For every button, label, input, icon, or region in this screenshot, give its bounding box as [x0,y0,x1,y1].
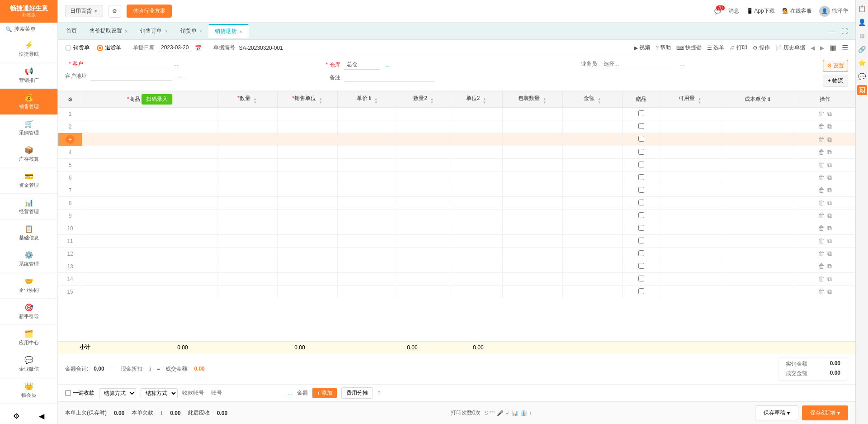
grid-view-btn[interactable]: ▦ [830,43,836,52]
account-dots[interactable]: ... [288,390,292,396]
right-icon-image[interactable]: 🖼 [857,85,867,95]
address-dots[interactable]: ... [177,73,182,80]
gift-checkbox-9[interactable] [638,212,644,218]
right-icon-link[interactable]: 🔗 [857,44,867,54]
gift-checkbox-11[interactable] [638,238,644,243]
history-btn[interactable]: 📄 历史单据 [775,44,805,52]
delete-row-icon[interactable]: 🗑 [818,136,825,143]
product-input-3[interactable] [84,136,215,143]
delete-row-icon[interactable]: 🗑 [818,174,825,181]
tab-sales-order-close[interactable]: × [165,29,167,34]
user-menu[interactable]: 👤 徐泽华 [819,6,848,17]
sidebar-item-sales[interactable]: 💰 销售管理 [0,89,57,115]
gift-checkbox-8[interactable] [638,200,644,205]
right-icon-clipboard[interactable]: 📋 [857,4,867,14]
row-gift-15[interactable] [623,286,660,298]
delete-row-icon[interactable]: 🗑 [818,262,825,270]
video-btn[interactable]: ▶ 视频 [634,44,650,52]
save-draft-button[interactable]: 保存草稿 ▾ [755,405,798,420]
row-gift-13[interactable] [623,260,660,273]
sidebar-item-apps[interactable]: 🗂️ 应用中心 [0,325,57,351]
delete-row-icon[interactable]: 🗑 [818,110,825,118]
copy-row-icon[interactable]: ⧉ [827,110,832,118]
pack-qty-sort[interactable]: ▲▼ [543,97,547,105]
salesperson-dots[interactable]: ... [679,61,684,67]
row-gift-8[interactable] [623,197,660,210]
calc-method-select[interactable]: 结算方式 [141,388,178,398]
notes-input[interactable] [344,73,434,82]
row-gift-6[interactable] [623,172,660,184]
sidebar-item-wechat[interactable]: 💬 企业微信 [0,351,57,377]
delete-row-icon[interactable]: 🗑 [818,186,825,194]
next-record-btn[interactable]: ▶ [820,45,824,51]
operate-btn[interactable]: ⚙ 操作 [753,44,770,52]
settlement-method-select[interactable]: 结算方式 [99,388,136,398]
delete-row-icon[interactable]: 🗑 [818,199,825,207]
daily-goods-selector[interactable]: 日用百货 ▼ [65,5,103,17]
delete-row-icon[interactable]: 🗑 [818,148,825,156]
gift-checkbox-14[interactable] [638,276,644,281]
gift-checkbox-1[interactable] [638,110,644,116]
tab-sales-delivery-close[interactable]: × [199,29,202,34]
copy-row-icon[interactable]: ⧉ [827,212,832,219]
logistics-button[interactable]: + 物流 [823,75,848,87]
sidebar-item-finance[interactable]: 💳 资金管理 [0,167,57,194]
radio-sales[interactable]: 销货单 [65,44,90,52]
tab-sales-return[interactable]: 销货退货 × [208,24,248,38]
copy-row-icon[interactable]: ⧉ [827,174,832,181]
tab-sales-delivery[interactable]: 销货单 × [174,24,208,38]
delete-row-icon[interactable]: 🗑 [818,275,825,283]
tab-home[interactable]: 首页 [60,24,83,38]
right-icon-person[interactable]: 👤 [857,17,867,27]
unit-price-sort[interactable]: ▲▼ [374,97,378,105]
radio-return[interactable]: 退货单 [97,44,121,52]
trial-button[interactable]: 体验行业方案 [127,5,172,18]
date-value[interactable]: 2023-03-20 [158,43,191,52]
copy-row-icon[interactable]: ⧉ [827,237,832,245]
sidebar-item-operations[interactable]: 📊 经营管理 [0,194,57,220]
sales-unit-sort[interactable]: ▲▼ [319,97,322,105]
discount-info-icon[interactable]: ℹ [149,366,151,372]
customer-input[interactable] [87,60,168,68]
grid-scroll[interactable]: ⚙ *商品 扫码录入 *数量 ▲▼ *销售单位 ▲▼ [58,91,855,341]
row-product-3[interactable] [82,133,217,146]
gift-checkbox-13[interactable] [638,263,644,269]
row-gift-12[interactable] [623,248,660,260]
gift-checkbox-7[interactable] [638,187,644,193]
window-minimize-button[interactable]: — [826,26,837,37]
warehouse-value[interactable]: 总仓 [344,60,380,70]
address-input[interactable] [90,72,172,81]
tab-price-settings-close[interactable]: × [125,29,127,34]
gift-checkbox-6[interactable] [638,174,644,180]
delete-row-icon[interactable]: 🗑 [818,237,825,245]
sidebar-item-basics[interactable]: 📋 基础信息 [0,220,57,246]
delete-row-icon[interactable]: 🗑 [818,288,825,295]
row-gift-7[interactable] [623,184,660,197]
list-view-btn[interactable]: ☰ [842,43,848,52]
quantity2-sort[interactable]: ▲▼ [430,97,434,105]
tab-sales-return-close[interactable]: × [239,29,242,34]
copy-row-icon[interactable]: ⧉ [827,275,832,283]
split-button[interactable]: 费用分摊 [341,387,373,399]
sidebar-item-newbie[interactable]: 🎯 新手引导 [0,299,57,325]
row-gift-10[interactable] [623,222,660,235]
copy-row-icon[interactable]: ⧉ [827,224,832,232]
gift-checkbox-4[interactable] [638,149,644,155]
copy-row-icon[interactable]: ⧉ [827,136,832,143]
row-gift-5[interactable] [623,159,660,172]
row-gift-14[interactable] [623,273,660,286]
calendar-icon[interactable]: 📅 [195,45,202,51]
collapse-icon[interactable]: ◀ [39,412,44,420]
prev-record-btn[interactable]: ◀ [811,45,815,51]
add-row-button[interactable]: + [66,135,75,144]
one-click-payment[interactable]: 一键收款 [65,389,94,397]
row-gift-11[interactable] [623,235,660,248]
help-circle-icon[interactable]: ? [377,390,381,396]
sidebar-item-purchase[interactable]: 🛒 采购管理 [0,115,57,141]
right-icon-grid[interactable]: ⊞ [857,31,867,41]
salesperson-input[interactable] [601,60,674,68]
row-gift-4[interactable] [623,146,660,159]
copy-row-icon[interactable]: ⧉ [827,161,832,169]
copy-row-icon[interactable]: ⧉ [827,250,832,257]
copy-row-icon[interactable]: ⧉ [827,262,832,270]
